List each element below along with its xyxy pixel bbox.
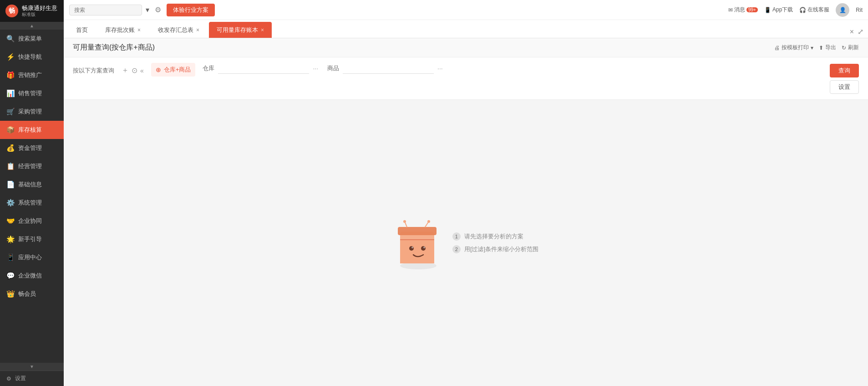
tab-available-ledger[interactable]: 可用量库存账本 ×: [209, 22, 272, 38]
sidebar-item-label: 经营管理: [18, 162, 42, 170]
config-scheme-icon[interactable]: ⊙: [132, 66, 137, 75]
hint-2-text: 用[过滤]条件来缩小分析范围: [464, 245, 538, 253]
filter-label: 按以下方案查询: [73, 63, 114, 75]
sidebar-item-app-center[interactable]: 📱 应用中心: [0, 248, 64, 267]
message-badge: 99+: [746, 7, 758, 12]
message-label: 消息: [734, 6, 745, 14]
page-header: 可用量查询(按仓库+商品) 🖨 按模板打印 ▾ ⬆ 导出 ↻ 刷新: [64, 38, 868, 57]
settings-gear-icon[interactable]: ⚙: [155, 5, 161, 14]
filter-buttons: 查询 设置: [830, 63, 859, 94]
message-button[interactable]: ✉ 消息 99+: [728, 6, 758, 14]
query-button[interactable]: 查询: [830, 64, 859, 77]
filter-collapse-icon[interactable]: «: [140, 67, 144, 74]
username[interactable]: Rit: [856, 7, 863, 13]
warehouse-input[interactable]: [218, 63, 309, 74]
main-area: ▾ ⚙ 体验行业方案 ✉ 消息 99+ 📱 App下载 🎧 在线客服 👤 Rit…: [64, 0, 868, 386]
add-scheme-icon[interactable]: ＋: [122, 66, 129, 75]
sidebar-item-member[interactable]: 👑 畅会员: [0, 285, 64, 303]
marketing-icon: 🎁: [6, 71, 15, 79]
service-button[interactable]: 🎧 在线客服: [799, 6, 829, 14]
print-icon: 🖨: [774, 45, 780, 51]
svg-point-11: [403, 220, 406, 223]
print-label: 按模板打印: [782, 44, 809, 51]
search-icon: 🔍: [6, 35, 15, 43]
settings-icon: ⚙: [6, 376, 11, 382]
print-button[interactable]: 🖨 按模板打印 ▾: [774, 44, 813, 51]
sidebar-item-label: 新手引导: [18, 235, 42, 243]
sidebar-item-label: 采购管理: [18, 108, 42, 116]
filter-field-goods: 商品 ···: [327, 63, 443, 74]
page-header-actions: 🖨 按模板打印 ▾ ⬆ 导出 ↻ 刷新: [774, 44, 859, 51]
sidebar-item-sales[interactable]: 📊 销售管理: [0, 84, 64, 103]
sidebar-bottom[interactable]: ⚙ 设置: [0, 371, 64, 386]
tabs-bar: 首页 库存批次账 × 收发存汇总表 × 可用量库存账本 × × ⤢: [64, 20, 868, 38]
tab-close-all-button[interactable]: ×: [850, 28, 854, 36]
filter-area: 按以下方案查询 ＋ ⊙ « ⊕ 仓库+商品 仓库 ··· 商品: [64, 57, 868, 100]
goods-more-icon[interactable]: ···: [437, 65, 443, 72]
scheme-label: 仓库+商品: [164, 66, 191, 74]
basic-info-icon: 📄: [6, 180, 15, 189]
goods-input[interactable]: [343, 63, 434, 74]
tab-available-ledger-label: 可用量库存账本: [217, 26, 258, 34]
tab-expand-button[interactable]: ⤢: [858, 27, 863, 36]
app-logo: 畅 畅康通好生意 标准版: [0, 0, 64, 22]
trial-button[interactable]: 体验行业方案: [167, 4, 215, 16]
sidebar-item-purchase[interactable]: 🛒 采购管理: [0, 103, 64, 121]
sidebar-item-marketing[interactable]: 🎁 营销推广: [0, 66, 64, 84]
sidebar-item-label: 畅会员: [18, 290, 36, 298]
sidebar-item-inventory[interactable]: 📦 库存核算: [0, 121, 64, 139]
logo-icon: 畅: [5, 5, 18, 17]
app-download-label: App下载: [772, 6, 793, 14]
goods-label: 商品: [327, 64, 339, 72]
sidebar-item-guide[interactable]: 🌟 新手引导: [0, 230, 64, 248]
refresh-button[interactable]: ↻ 刷新: [842, 44, 859, 51]
sidebar-item-finance[interactable]: 💰 资金管理: [0, 139, 64, 157]
dropdown-icon[interactable]: ▾: [146, 5, 149, 14]
sidebar-item-label: 资金管理: [18, 144, 42, 152]
tab-batch-accounts-close[interactable]: ×: [137, 27, 141, 33]
tab-home[interactable]: 首页: [68, 22, 96, 38]
tab-collect-summary[interactable]: 收发存汇总表 ×: [150, 22, 207, 38]
guide-icon: 🌟: [6, 235, 15, 243]
sidebar-scroll-up[interactable]: ▲: [0, 22, 64, 30]
warehouse-label: 仓库: [203, 64, 214, 72]
sidebar-item-search[interactable]: 🔍 搜索菜单: [0, 30, 64, 48]
export-label: 导出: [825, 44, 836, 51]
sidebar-item-wechat[interactable]: 💬 企业微信: [0, 267, 64, 285]
print-dropdown-icon: ▾: [811, 45, 813, 51]
svg-rect-3: [400, 240, 434, 263]
message-icon: ✉: [728, 7, 733, 13]
tab-collect-summary-close[interactable]: ×: [196, 27, 199, 33]
member-icon: 👑: [6, 290, 15, 298]
warehouse-more-icon[interactable]: ···: [313, 65, 318, 72]
shortcut-icon: ⚡: [6, 53, 15, 61]
svg-point-12: [427, 220, 430, 223]
inventory-icon: 📦: [6, 126, 15, 134]
search-input[interactable]: [69, 5, 142, 15]
scheme-item-warehouse-goods[interactable]: ⊕ 仓库+商品: [151, 63, 196, 77]
empty-state: 1 请先选择要分析的方案 2 用[过滤]条件来缩小分析范围: [64, 100, 868, 386]
tab-available-ledger-close[interactable]: ×: [261, 27, 264, 33]
hint-1-text: 请先选择要分析的方案: [464, 232, 523, 241]
filter-settings-button[interactable]: 设置: [830, 80, 859, 94]
enterprise-icon: 🤝: [6, 217, 15, 225]
svg-point-5: [409, 246, 414, 251]
sidebar-item-operations[interactable]: 📋 经营管理: [0, 157, 64, 175]
sidebar-item-label: 企业协同: [18, 217, 42, 225]
sidebar-item-label: 营销推广: [18, 71, 42, 79]
app-download-button[interactable]: 📱 App下载: [764, 6, 793, 14]
filter-field-warehouse: 仓库 ···: [203, 63, 318, 74]
sidebar-item-system[interactable]: ⚙️ 系统管理: [0, 194, 64, 212]
top-header: ▾ ⚙ 体验行业方案 ✉ 消息 99+ 📱 App下载 🎧 在线客服 👤 Rit: [64, 0, 868, 20]
headset-icon: 🎧: [799, 7, 806, 13]
sidebar-scroll-down[interactable]: ▼: [0, 363, 64, 371]
sidebar-item-enterprise[interactable]: 🤝 企业协同: [0, 212, 64, 230]
sidebar-item-shortcut[interactable]: ⚡ 快捷导航: [0, 48, 64, 66]
export-button[interactable]: ⬆ 导出: [819, 44, 836, 51]
sidebar-item-basic-info[interactable]: 📄 基础信息: [0, 175, 64, 194]
empty-svg: [393, 220, 443, 270]
tab-batch-accounts[interactable]: 库存批次账 ×: [97, 22, 148, 38]
svg-point-7: [411, 247, 413, 248]
empty-hint-1: 1 请先选择要分析的方案: [452, 232, 538, 241]
sidebar-item-label: 快捷导航: [18, 53, 42, 61]
